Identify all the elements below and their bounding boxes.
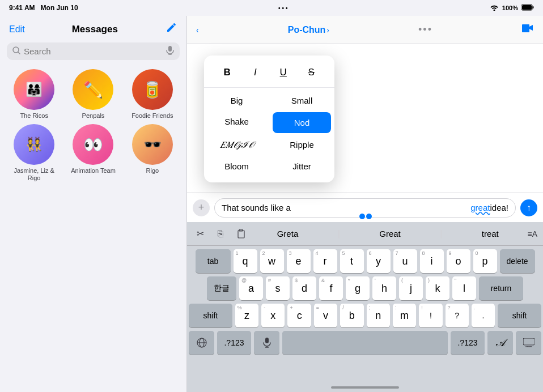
- key-x[interactable]: -x: [261, 304, 285, 327]
- contact-name-jasmine: Jasmine, Liz & Rigo: [7, 167, 61, 182]
- key-b[interactable]: /b: [340, 304, 363, 327]
- key-shift-left[interactable]: shift: [189, 304, 232, 327]
- plus-icon: +: [198, 202, 205, 214]
- key-d[interactable]: $d: [292, 276, 316, 300]
- suggestion-greta[interactable]: Greta: [270, 225, 306, 242]
- key-y[interactable]: 6y: [367, 249, 391, 273]
- key-l[interactable]: "l: [452, 276, 476, 300]
- key-g[interactable]: *g: [346, 276, 370, 300]
- svg-rect-8: [238, 231, 244, 238]
- key-delete[interactable]: delete: [500, 249, 535, 273]
- copy-icon[interactable]: ⎘: [212, 225, 229, 242]
- selection-handle-right[interactable]: [366, 214, 372, 219]
- contact-item-foodie[interactable]: 🥫 Foodie Friends: [125, 69, 180, 120]
- contact-item-anim[interactable]: 👀 Animation Team: [66, 124, 120, 182]
- key-numbers-right[interactable]: .?123: [451, 331, 485, 355]
- video-call-icon[interactable]: [521, 24, 534, 36]
- chat-contact-area[interactable]: Po-Chun ›: [288, 25, 329, 35]
- avatar-foodie: 🥫: [132, 69, 173, 110]
- keyboard-row-2: 한글 @a #s $d &f *g 'h (j )k "l return: [189, 276, 541, 300]
- key-shift-right[interactable]: shift: [498, 304, 541, 327]
- key-s[interactable]: #s: [266, 276, 290, 300]
- input-bar: + That sounds like a great idea! ↑: [187, 193, 543, 222]
- key-tab[interactable]: tab: [196, 249, 231, 273]
- send-button[interactable]: ↑: [520, 199, 537, 216]
- contact-item-penpals[interactable]: ✏️ Penpals: [66, 69, 120, 120]
- compose-button[interactable]: [165, 22, 177, 37]
- search-icon: [12, 46, 20, 57]
- edit-button[interactable]: Edit: [9, 24, 25, 35]
- key-microphone[interactable]: [254, 331, 279, 355]
- suggestion-treat[interactable]: treat: [475, 225, 506, 242]
- format-shake[interactable]: Shake: [204, 111, 269, 134]
- paste-icon[interactable]: [232, 225, 249, 242]
- search-bar[interactable]: [7, 42, 180, 60]
- key-space[interactable]: [282, 331, 448, 355]
- key-m[interactable]: :m: [393, 304, 416, 327]
- key-hide-keyboard[interactable]: [516, 331, 541, 355]
- key-script[interactable]: 𝒜: [487, 331, 513, 355]
- message-input-field[interactable]: That sounds like a great idea!: [214, 198, 516, 218]
- key-f[interactable]: &f: [319, 276, 343, 300]
- format-small[interactable]: Small: [269, 90, 334, 111]
- svg-rect-1: [522, 5, 532, 10]
- format-big[interactable]: Big: [204, 90, 269, 111]
- keyboard-format-icon[interactable]: ≡A: [521, 229, 543, 238]
- key-u[interactable]: 7u: [393, 249, 417, 273]
- format-bloom[interactable]: Bloom: [204, 156, 269, 177]
- key-i[interactable]: 8i: [420, 249, 444, 273]
- contact-item-jasmine[interactable]: 👯 Jasmine, Liz & Rigo: [7, 124, 61, 182]
- format-jitter[interactable]: Jitter: [269, 156, 334, 177]
- key-v[interactable]: =v: [314, 304, 337, 327]
- key-q[interactable]: 1q: [234, 249, 257, 273]
- svg-rect-2: [533, 6, 534, 8]
- key-t[interactable]: 5t: [340, 249, 364, 273]
- input-highlighted-text: great: [470, 203, 490, 212]
- input-text-after: idea!: [490, 203, 508, 212]
- key-a[interactable]: @a: [239, 276, 263, 300]
- avatar-penpals: ✏️: [73, 69, 113, 110]
- strikethrough-button[interactable]: S: [302, 63, 320, 82]
- chat-contact-name: Po-Chun: [288, 25, 326, 35]
- key-period[interactable]: ..: [472, 304, 495, 327]
- key-hangul[interactable]: 한글: [207, 276, 236, 300]
- underline-button[interactable]: U: [274, 63, 292, 82]
- contact-item-rigo[interactable]: 🕶️ Rigo: [125, 124, 180, 182]
- key-o[interactable]: 9o: [447, 249, 470, 273]
- attach-button[interactable]: +: [193, 199, 210, 216]
- key-j[interactable]: (j: [399, 276, 423, 300]
- bold-button[interactable]: B: [218, 63, 236, 82]
- key-w[interactable]: 2w: [260, 249, 284, 273]
- format-options-grid: Big Small Shake Nod 𝐸𝑀𝒪𝒿ℐ𝒪 Ripple Bloom …: [204, 88, 334, 179]
- search-input[interactable]: [24, 46, 163, 56]
- contact-item-ricos[interactable]: 👨‍👩‍👧 The Ricos: [7, 69, 61, 120]
- key-c[interactable]: +c: [287, 304, 311, 327]
- format-emoji-effect[interactable]: 𝐸𝑀𝒪𝒿ℐ𝒪: [204, 134, 269, 156]
- selection-handle-left[interactable]: [359, 214, 365, 219]
- format-nod[interactable]: Nod: [273, 112, 331, 133]
- key-h[interactable]: 'h: [372, 276, 396, 300]
- svg-rect-5: [168, 46, 172, 52]
- suggestion-great[interactable]: Great: [372, 225, 408, 242]
- italic-button[interactable]: I: [246, 63, 264, 82]
- key-exclaim[interactable]: !!: [419, 304, 442, 327]
- key-numbers-left[interactable]: .?123: [217, 331, 251, 355]
- key-n[interactable]: ;n: [367, 304, 390, 327]
- key-p[interactable]: 0p: [473, 249, 497, 273]
- format-ripple[interactable]: Ripple: [269, 134, 334, 156]
- avatar-anim: 👀: [73, 124, 113, 165]
- keyboard-row-3: shift %z -x +c =v /b ;n :m !! ?? .. shif…: [189, 304, 541, 327]
- key-k[interactable]: )k: [426, 276, 449, 300]
- avatar-ricos: 👨‍👩‍👧: [14, 69, 54, 110]
- key-r[interactable]: 4r: [313, 249, 337, 273]
- key-globe[interactable]: [189, 331, 214, 355]
- status-dots: •••: [278, 5, 290, 11]
- key-return[interactable]: return: [479, 276, 523, 300]
- back-chevron[interactable]: ‹: [196, 25, 199, 35]
- key-question[interactable]: ??: [446, 304, 469, 327]
- key-z[interactable]: %z: [235, 304, 258, 327]
- battery-level: 100%: [502, 5, 518, 11]
- cut-icon[interactable]: ✂: [192, 225, 209, 242]
- key-e[interactable]: 3e: [287, 249, 311, 273]
- svg-rect-16: [523, 338, 534, 345]
